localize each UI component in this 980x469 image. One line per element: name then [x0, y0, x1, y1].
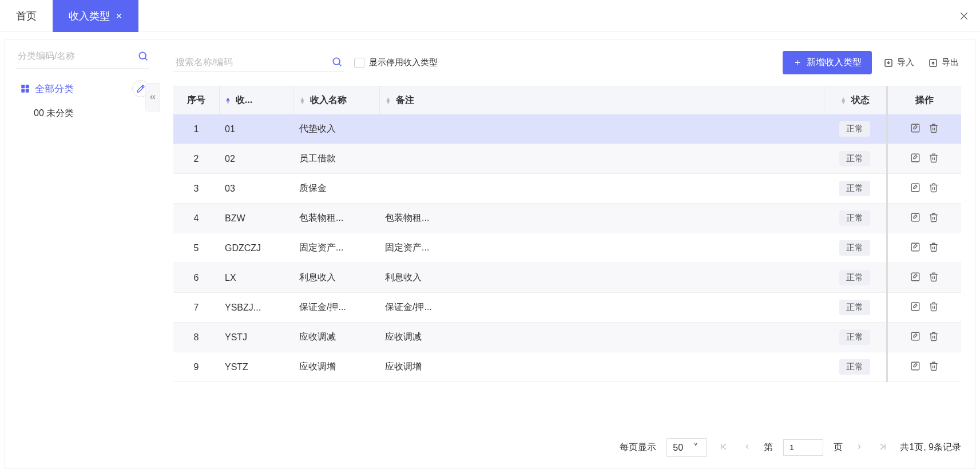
- edit-icon[interactable]: [910, 272, 921, 284]
- status-badge: 正常: [839, 300, 870, 315]
- delete-icon[interactable]: [929, 212, 939, 225]
- page-prefix: 第: [764, 442, 773, 454]
- delete-icon[interactable]: [929, 153, 939, 165]
- cell-code: YSBZJ...: [219, 293, 293, 323]
- col-header-remark[interactable]: ▲▼ 备注: [379, 86, 824, 114]
- cell-ops: [887, 323, 961, 352]
- edit-icon[interactable]: [910, 301, 921, 314]
- cell-status: 正常: [824, 114, 887, 144]
- table-row[interactable]: 101代垫收入正常: [173, 114, 961, 144]
- tabs-bar: 首页 收入类型 ✕: [0, 0, 980, 32]
- per-page-select[interactable]: 50 ˅: [666, 438, 707, 457]
- prev-page-button[interactable]: [741, 440, 753, 455]
- cell-index: 1: [173, 114, 219, 144]
- export-button[interactable]: 导出: [926, 54, 961, 71]
- cell-code: YSTZ: [219, 352, 293, 382]
- table-row[interactable]: 6LX利息收入利息收入正常: [173, 263, 961, 293]
- plus-icon: ＋: [793, 57, 802, 69]
- cell-status: 正常: [824, 263, 887, 293]
- show-disabled-checkbox[interactable]: 显示停用收入类型: [354, 57, 438, 68]
- close-icon[interactable]: ✕: [116, 11, 122, 21]
- sidebar: 全部分类 00 未分类: [5, 39, 160, 468]
- delete-icon[interactable]: [929, 272, 939, 284]
- cell-status: 正常: [824, 204, 887, 233]
- delete-icon[interactable]: [929, 301, 939, 314]
- first-page-button[interactable]: [717, 440, 731, 456]
- cell-name: 员工借款: [293, 144, 379, 174]
- cell-index: 4: [173, 204, 219, 233]
- col-header-name[interactable]: ▲▼ 收入名称: [293, 86, 379, 114]
- edit-icon[interactable]: [910, 361, 921, 373]
- svg-line-3: [145, 58, 148, 61]
- per-page-value: 50: [673, 443, 683, 453]
- cell-status: 正常: [824, 144, 887, 174]
- edit-icon[interactable]: [910, 153, 921, 165]
- sidebar-search-input[interactable]: [15, 47, 137, 65]
- cell-remark: 包装物租...: [379, 204, 824, 233]
- cell-status: 正常: [824, 293, 887, 323]
- delete-icon[interactable]: [929, 242, 939, 255]
- table-row[interactable]: 202员工借款正常: [173, 144, 961, 174]
- cell-name: 固定资产...: [293, 233, 379, 263]
- tab-label: 收入类型: [69, 9, 110, 23]
- edit-icon[interactable]: [910, 212, 921, 225]
- table-row[interactable]: 7YSBZJ...保证金/押...保证金/押...正常: [173, 293, 961, 323]
- table-row[interactable]: 4BZW包装物租...包装物租...正常: [173, 204, 961, 233]
- status-badge: 正常: [839, 210, 870, 226]
- category-uncategorized[interactable]: 00 未分类: [5, 103, 160, 124]
- status-badge: 正常: [839, 270, 870, 285]
- export-icon: [928, 58, 938, 68]
- table-row[interactable]: 303质保金正常: [173, 174, 961, 204]
- tab-home[interactable]: 首页: [0, 0, 53, 32]
- cell-name: 保证金/押...: [293, 293, 379, 323]
- col-header-index[interactable]: 序号: [173, 86, 219, 114]
- close-all-tabs-icon[interactable]: [956, 8, 972, 24]
- content-search-input[interactable]: [173, 54, 329, 71]
- cell-code: 02: [219, 144, 293, 174]
- edit-icon[interactable]: [910, 242, 921, 255]
- status-badge: 正常: [839, 240, 870, 256]
- toolbar: 显示停用收入类型 ＋ 新增收入类型 导入 导出: [173, 51, 961, 74]
- delete-icon[interactable]: [929, 331, 939, 344]
- new-income-type-button[interactable]: ＋ 新增收入类型: [783, 51, 872, 74]
- next-page-button[interactable]: [853, 440, 866, 455]
- col-header-code[interactable]: ▲▼ 收...: [219, 86, 293, 114]
- search-icon[interactable]: [137, 50, 149, 62]
- sidebar-search: [15, 47, 149, 69]
- edit-icon[interactable]: [910, 331, 921, 344]
- checkbox-box: [354, 58, 364, 68]
- cell-index: 7: [173, 293, 219, 323]
- delete-icon[interactable]: [929, 123, 939, 136]
- col-header-status[interactable]: ▲▼ 状态: [824, 86, 887, 114]
- table-row[interactable]: 5GDZCZJ固定资产...固定资产...正常: [173, 233, 961, 263]
- cell-index: 3: [173, 174, 219, 204]
- import-button[interactable]: 导入: [881, 54, 916, 71]
- svg-point-8: [333, 58, 340, 65]
- search-icon[interactable]: [329, 54, 345, 71]
- cell-ops: [887, 263, 961, 293]
- delete-icon[interactable]: [929, 361, 939, 373]
- table-row[interactable]: 9YSTZ应收调增应收调增正常: [173, 352, 961, 382]
- grid-icon: [20, 84, 30, 94]
- page-input[interactable]: [783, 439, 823, 456]
- pagination: 每页显示 50 ˅ 第 页 共1页, 9条记录: [173, 427, 961, 457]
- last-page-button[interactable]: [876, 440, 890, 456]
- delete-icon[interactable]: [929, 182, 939, 195]
- export-label: 导出: [942, 57, 959, 68]
- collapse-sidebar-button[interactable]: [145, 83, 160, 112]
- cell-remark: [379, 114, 824, 144]
- tab-income-type[interactable]: 收入类型 ✕: [53, 0, 138, 32]
- cell-index: 2: [173, 144, 219, 174]
- col-header-ops: 操作: [887, 86, 961, 114]
- sort-icon: ▲▼: [300, 97, 305, 104]
- edit-icon[interactable]: [910, 123, 921, 136]
- cell-code: GDZCZJ: [219, 233, 293, 263]
- cell-remark: 利息收入: [379, 263, 824, 293]
- table-row[interactable]: 8YSTJ应收调减应收调减正常: [173, 323, 961, 352]
- category-label: 00 未分类: [34, 108, 74, 118]
- tab-label: 首页: [16, 9, 37, 23]
- status-badge: 正常: [839, 151, 870, 166]
- category-all[interactable]: 全部分类: [5, 74, 160, 103]
- checkbox-label: 显示停用收入类型: [369, 57, 438, 68]
- edit-icon[interactable]: [910, 182, 921, 195]
